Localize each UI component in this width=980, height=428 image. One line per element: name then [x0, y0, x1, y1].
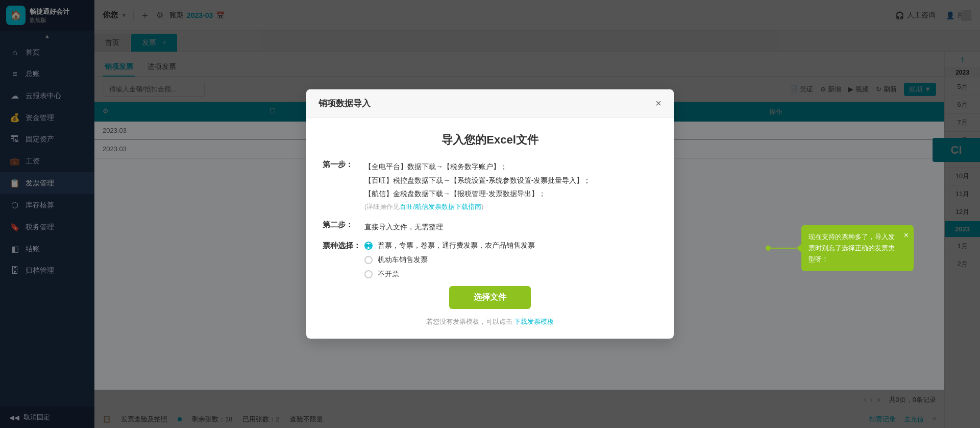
import-dialog: 销项数据导入 × 导入您的Excel文件 第一步： 【全电平台】数据下载→【税务…: [306, 89, 674, 339]
ticket-label: 票种选择：: [323, 241, 364, 251]
radio-motor[interactable]: 机动车销售发票: [364, 255, 535, 265]
step2-label: 第二步：: [323, 220, 358, 230]
select-file-button[interactable]: 选择文件: [449, 286, 531, 309]
radio-normal[interactable]: 普票，专票，卷票，通行费发票，农产品销售发票: [364, 241, 535, 250]
dialog-title: 销项数据导入: [318, 98, 371, 109]
download-link[interactable]: 下载发票模板: [514, 318, 554, 325]
download-template: 若您没有发票模板，可以点击 下载发票模板: [323, 317, 657, 326]
radio-motor-circle: [364, 256, 373, 264]
radio-group: 普票，专票，卷票，通行费发票，农产品销售发票 机动车销售发票 不开票: [364, 241, 535, 279]
tooltip-arrow: [796, 244, 801, 252]
download-hint: 若您没有发票模板，可以点击: [426, 318, 512, 325]
tooltip-text: 现在支持的票种多了，导入发票时别忘了选择正确的发票类型呀！: [808, 233, 895, 263]
tooltip-close-button[interactable]: ×: [904, 228, 909, 242]
modal-overlay: 销项数据导入 × 导入您的Excel文件 第一步： 【全电平台】数据下载→【税务…: [0, 0, 980, 428]
dialog-header: 销项数据导入 ×: [306, 89, 674, 118]
hint-prefix: (详细操作见: [364, 203, 400, 210]
step1: 第一步： 【全电平台】数据下载→【税务数字账户】； 【百旺】税控盘数据下载→【系…: [323, 160, 657, 213]
step1-link[interactable]: 百旺/航信发票数据下载指南: [400, 203, 481, 210]
radio-none[interactable]: 不开票: [364, 270, 535, 279]
step1-label: 第一步：: [323, 160, 358, 170]
radio-normal-dot: [365, 244, 369, 248]
step1-hint: (详细操作见百旺/航信发票数据下载指南): [364, 201, 591, 213]
radio-motor-label: 机动车销售发票: [378, 255, 428, 265]
step1-content: 【全电平台】数据下载→【税务数字账户】； 【百旺】税控盘数据下载→【系统设置-系…: [364, 160, 591, 213]
radio-normal-label: 普票，专票，卷票，通行费发票，农产品销售发票: [378, 241, 535, 250]
radio-normal-circle: [364, 242, 373, 250]
tooltip-bubble: × 现在支持的票种多了，导入发票时别忘了选择正确的发票类型呀！: [801, 225, 914, 271]
step1-line3: 【航信】金税盘数据下载→【报税管理-发票数据导出】；: [364, 187, 591, 201]
tooltip-line: [771, 248, 796, 249]
dialog-close-button[interactable]: ×: [655, 98, 662, 109]
step2: 第二步： 直接导入文件，无需整理: [323, 220, 657, 234]
radio-none-label: 不开票: [378, 270, 399, 279]
step1-line1: 【全电平台】数据下载→【税务数字账户】；: [364, 160, 591, 174]
tooltip-dot: [766, 246, 771, 251]
dialog-main-title: 导入您的Excel文件: [323, 132, 657, 148]
ticket-selection: 票种选择： 普票，专票，卷票，通行费发票，农产品销售发票 机动车销售发票: [323, 241, 657, 279]
dialog-body: 导入您的Excel文件 第一步： 【全电平台】数据下载→【税务数字账户】； 【百…: [306, 118, 674, 339]
step1-line2: 【百旺】税控盘数据下载→【系统设置-系统参数设置-发票批量导入】；: [364, 174, 591, 187]
radio-none-circle: [364, 270, 373, 278]
step2-content: 直接导入文件，无需整理: [364, 220, 443, 234]
